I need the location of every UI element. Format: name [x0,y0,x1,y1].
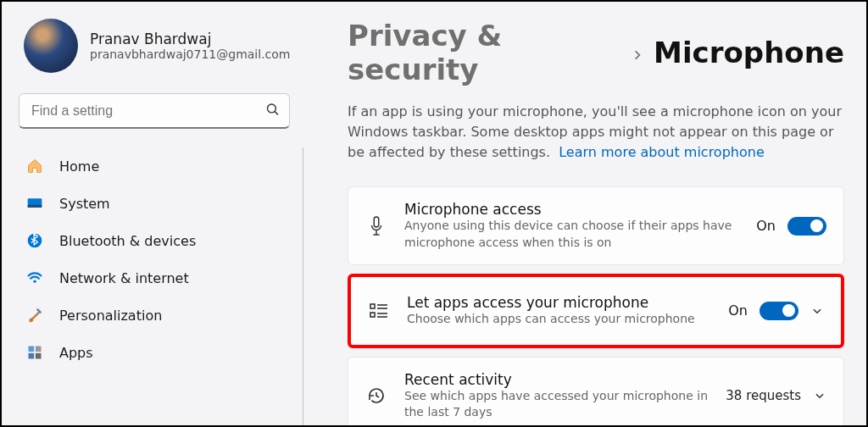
sidebar-item-home[interactable]: Home [19,147,303,185]
card-title: Let apps access your microphone [407,294,711,311]
apps-icon [25,343,44,362]
microphone-access-toggle[interactable] [787,217,826,236]
sidebar-item-label: System [59,196,110,212]
card-title: Recent activity [404,371,709,388]
avatar [24,19,78,73]
sidebar-item-label: Home [59,158,99,175]
chevron-right-icon [632,44,643,65]
search-input[interactable] [19,93,290,129]
sidebar-item-label: Apps [59,345,93,361]
paintbrush-icon [25,306,44,324]
sidebar-item-apps[interactable]: Apps [19,334,303,371]
svg-rect-6 [29,347,35,352]
bluetooth-icon [25,231,44,250]
card-recent-activity: Recent activity See which apps have acce… [348,357,844,425]
learn-more-link[interactable]: Learn more about microphone [559,144,765,160]
svg-point-4 [28,234,42,248]
card-subtitle: Anyone using this device can choose if t… [404,218,739,251]
sidebar-item-personalization[interactable]: Personalization [19,297,303,334]
svg-point-5 [33,280,36,283]
svg-line-1 [275,111,278,114]
search-icon[interactable] [265,103,280,120]
search-box [19,93,290,129]
svg-rect-14 [370,313,375,317]
toggle-state-label: On [756,218,776,234]
svg-point-0 [267,104,275,113]
home-icon [25,157,44,175]
system-icon [25,194,44,213]
breadcrumb-parent[interactable]: Privacy & security [348,19,621,86]
microphone-icon [365,215,387,237]
sidebar: Pranav Bhardwaj pranavbhardwaj0711@gmail… [2,2,315,425]
nav-list: Home System Bluetooth & devices Network … [19,147,303,425]
card-microphone-access: Microphone access Anyone using this devi… [348,186,844,265]
svg-rect-10 [374,217,379,227]
svg-rect-7 [36,347,42,352]
profile-block[interactable]: Pranav Bhardwaj pranavbhardwaj0711@gmail… [19,19,303,73]
apps-list-icon [368,302,390,320]
svg-rect-8 [29,353,35,359]
svg-rect-9 [36,353,42,359]
sidebar-item-label: Network & internet [59,270,189,286]
profile-name: Pranav Bhardwaj [90,30,290,47]
chevron-down-icon[interactable] [810,304,824,318]
card-subtitle: See which apps have accessed your microp… [404,388,709,421]
sidebar-item-label: Personalization [59,308,162,324]
sidebar-item-bluetooth[interactable]: Bluetooth & devices [19,222,303,259]
sidebar-item-system[interactable]: System [19,185,303,222]
sidebar-item-label: Bluetooth & devices [59,233,196,249]
sidebar-item-network[interactable]: Network & internet [19,259,303,297]
main-content: Privacy & security Microphone If an app … [315,2,866,425]
page-description: If an app is using your microphone, you'… [348,102,844,163]
chevron-down-icon[interactable] [813,389,826,402]
svg-rect-3 [28,205,42,208]
card-title: Microphone access [404,201,739,218]
recent-requests-count: 38 requests [726,388,801,403]
card-apps-access-microphone: Let apps access your microphone Choose w… [348,274,844,348]
card-subtitle: Choose which apps can access your microp… [407,311,711,328]
svg-rect-13 [370,304,375,308]
toggle-state-label: On [728,302,748,319]
wifi-icon [25,269,44,287]
history-icon [365,385,387,406]
apps-access-toggle[interactable] [760,302,798,320]
page-title: Microphone [654,36,844,69]
breadcrumb: Privacy & security Microphone [348,19,844,86]
profile-email: pranavbhardwaj0711@gmail.com [90,47,290,61]
